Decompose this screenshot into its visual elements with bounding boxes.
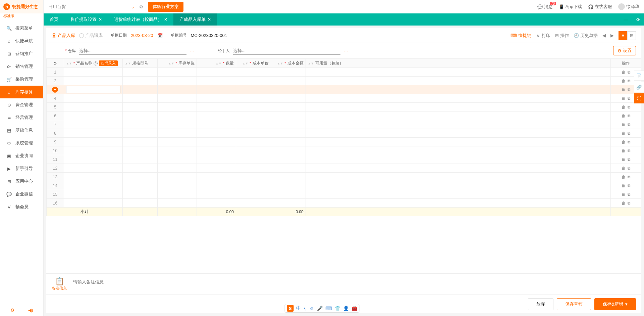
save-draft-button[interactable]: 保存草稿 — [557, 298, 591, 310]
cell-amt[interactable] — [271, 164, 306, 173]
col-config[interactable]: ⚙ — [47, 59, 64, 68]
cell-spec[interactable] — [123, 181, 158, 190]
cell-avail[interactable] — [306, 94, 610, 103]
cell-qty[interactable] — [197, 103, 236, 111]
cell-unit[interactable] — [158, 77, 197, 85]
tab-3[interactable]: 产成品入库单✕ — [173, 13, 217, 26]
cell-avail[interactable] — [306, 68, 610, 77]
cell-qty[interactable] — [197, 181, 236, 190]
operation-button[interactable]: ⊞ 操作 — [555, 33, 569, 39]
tabs-minimize-button[interactable]: — — [620, 17, 632, 22]
cell-amt[interactable] — [271, 155, 306, 164]
row-delete-icon[interactable]: 🗑 — [622, 157, 626, 162]
cell-unit[interactable] — [158, 94, 197, 103]
col-unit[interactable]: ▲▼*库存单位 — [158, 59, 197, 68]
tab-close-icon[interactable]: ✕ — [208, 17, 211, 22]
app-download-link[interactable]: 📱 App下载 — [559, 4, 582, 10]
ime-voice-icon[interactable]: 🎤 — [317, 306, 323, 311]
radio-product-in[interactable]: 产品入库 — [52, 33, 75, 39]
cell-name[interactable] — [64, 181, 122, 190]
add-row-button[interactable]: + — [52, 87, 58, 93]
row-delete-icon[interactable]: 🗑 — [622, 166, 626, 171]
sidebar-item-4[interactable]: 🛒采购管理 — [0, 73, 43, 86]
cell-price[interactable] — [236, 164, 271, 173]
cell-avail[interactable] — [306, 155, 610, 164]
sort-icon[interactable]: ▲▼ — [125, 62, 131, 65]
sidebar-item-2[interactable]: ⊞营销推广 — [0, 47, 43, 60]
row-copy-icon[interactable]: ⧉ — [628, 96, 631, 101]
cell-spec[interactable] — [123, 129, 158, 138]
tabs-refresh-button[interactable]: ⟳ — [632, 17, 644, 22]
cell-qty[interactable] — [197, 190, 236, 199]
row-delete-icon[interactable]: 🗑 — [622, 201, 626, 206]
row-delete-icon[interactable]: 🗑 — [622, 148, 626, 153]
cell-qty[interactable] — [197, 77, 236, 85]
cell-qty[interactable] — [197, 164, 236, 173]
warehouse-more-icon[interactable]: ⋯ — [190, 48, 194, 53]
prev-doc-button[interactable]: ◀ — [602, 33, 606, 38]
cell-spec[interactable] — [123, 146, 158, 155]
row-copy-icon[interactable]: ⧉ — [628, 87, 631, 92]
cell-unit[interactable] — [158, 120, 197, 129]
sidebar-item-14[interactable]: V畅会员 — [0, 200, 43, 213]
cell-qty[interactable] — [197, 146, 236, 155]
col-amt[interactable]: ▲▼*成本金额 — [271, 59, 306, 68]
cell-avail[interactable] — [306, 129, 610, 138]
row-delete-icon[interactable]: 🗑 — [622, 122, 626, 127]
history-button[interactable]: 🕘 历史单据 — [574, 33, 598, 39]
tab-0[interactable]: 首页 — [44, 13, 64, 26]
sort-icon[interactable]: ▲▼ — [168, 62, 174, 65]
table-row[interactable]: 15🗑⧉ — [47, 190, 641, 199]
cell-qty[interactable] — [197, 94, 236, 103]
row-delete-icon[interactable]: 🗑 — [622, 114, 626, 118]
cell-name[interactable] — [64, 164, 122, 173]
ime-lang[interactable]: 中 — [296, 305, 301, 311]
table-row[interactable]: 6🗑⧉ — [47, 111, 641, 120]
row-copy-icon[interactable]: ⧉ — [628, 79, 631, 83]
cell-unit[interactable] — [158, 181, 197, 190]
row-delete-icon[interactable]: 🗑 — [622, 175, 626, 179]
cell-amt[interactable] — [271, 173, 306, 181]
table-row[interactable]: 16🗑⧉ — [47, 199, 641, 208]
cell-amt[interactable] — [271, 68, 306, 77]
table-row[interactable]: 12🗑⧉ — [47, 164, 641, 173]
sort-icon[interactable]: ▲▼ — [277, 62, 283, 65]
row-delete-icon[interactable]: 🗑 — [622, 87, 626, 92]
view-list-button[interactable]: ≡ — [619, 31, 627, 40]
cell-name[interactable] — [64, 94, 122, 103]
handler-select[interactable] — [233, 47, 340, 55]
cell-spec[interactable] — [123, 138, 158, 146]
row-delete-icon[interactable]: 🗑 — [622, 131, 626, 136]
cell-avail[interactable] — [306, 120, 610, 129]
cell-qty[interactable] — [197, 129, 236, 138]
cell-name[interactable] — [64, 190, 122, 199]
cell-name[interactable] — [64, 146, 122, 155]
print-button[interactable]: 🖨 打印 — [536, 33, 550, 39]
cell-unit[interactable] — [158, 129, 197, 138]
cell-price[interactable] — [236, 85, 271, 94]
cell-unit[interactable] — [158, 85, 197, 94]
radio-product-out[interactable]: 产品退库 — [79, 33, 103, 39]
tab-close-icon[interactable]: ✕ — [164, 17, 167, 22]
ime-logo-icon[interactable]: S — [287, 305, 293, 312]
cell-amt[interactable] — [271, 190, 306, 199]
cell-name[interactable] — [64, 138, 122, 146]
cell-name[interactable] — [64, 129, 122, 138]
cell-avail[interactable] — [306, 190, 610, 199]
row-copy-icon[interactable]: ⧉ — [628, 140, 631, 144]
cell-name[interactable] — [64, 103, 122, 111]
cell-spec[interactable] — [123, 85, 158, 94]
cell-avail[interactable] — [306, 85, 610, 94]
remark-input[interactable] — [71, 277, 637, 291]
cell-name[interactable] — [64, 199, 122, 208]
collapse-icon[interactable]: ◀) — [28, 308, 33, 313]
cell-name[interactable] — [64, 111, 122, 120]
table-row[interactable]: 14🗑⧉ — [47, 181, 641, 190]
row-copy-icon[interactable]: ⧉ — [628, 183, 631, 188]
cell-avail[interactable] — [306, 138, 610, 146]
sort-icon[interactable]: ▲▼ — [308, 62, 314, 65]
cell-price[interactable] — [236, 190, 271, 199]
cell-price[interactable] — [236, 199, 271, 208]
handler-more-icon[interactable]: ⋯ — [344, 48, 348, 53]
cell-qty[interactable] — [197, 68, 236, 77]
